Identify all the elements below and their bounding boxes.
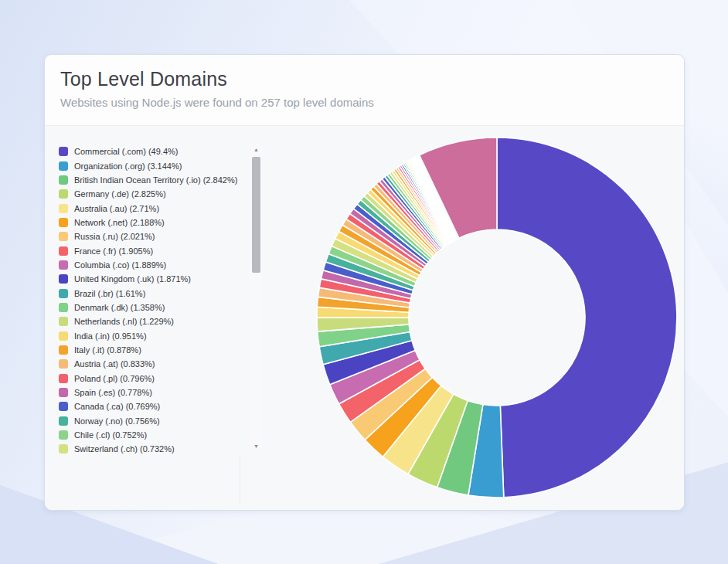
legend-item-label: British Indian Ocean Territory (.io) (2.… xyxy=(74,175,237,185)
donut-chart[interactable] xyxy=(315,136,679,499)
legend-item[interactable]: Australia (.au) (2.71%) xyxy=(59,201,246,215)
legend-item-label: Germany (.de) (2.825%) xyxy=(74,189,166,199)
legend-item[interactable]: India (.in) (0.951%) xyxy=(59,328,246,342)
legend-item-label: United Kingdom (.uk) (1.871%) xyxy=(74,274,191,284)
donut-slice[interactable] xyxy=(497,138,677,498)
legend-item-label: Canada (.ca) (0.769%) xyxy=(74,402,160,411)
legend-color-swatch xyxy=(59,331,68,341)
legend-item-label: Russia (.ru) (2.021%) xyxy=(74,232,155,241)
legend-item-label: Brazil (.br) (1.61%) xyxy=(74,289,145,298)
legend-item[interactable]: Poland (.pl) (0.796%) xyxy=(59,372,246,386)
legend-color-swatch xyxy=(59,260,68,270)
legend-list: Commercial (.com) (49.4%) Organization (… xyxy=(59,144,246,457)
legend-item-label: Norway (.no) (0.756%) xyxy=(74,416,160,426)
card-body: Commercial (.com) (49.4%) Organization (… xyxy=(45,126,684,510)
scroll-down-button[interactable]: ▼ xyxy=(250,440,262,451)
legend-item[interactable]: Norway (.no) (0.756%) xyxy=(59,414,246,428)
legend-item-label: Commercial (.com) (49.4%) xyxy=(74,147,178,156)
legend-color-swatch xyxy=(59,246,68,256)
legend-item-label: Spain (.es) (0.778%) xyxy=(74,388,152,397)
legend-item-label: Network (.net) (2.188%) xyxy=(74,218,165,227)
scroll-up-icon: ▲ xyxy=(253,147,259,152)
legend-color-swatch xyxy=(59,430,68,440)
legend-item-label: Chile (.cl) (0.752%) xyxy=(74,430,147,440)
legend-color-swatch xyxy=(59,204,68,213)
card-title: Top Level Domains xyxy=(60,68,668,90)
top-level-domains-card: Top Level Domains Websites using Node.js… xyxy=(44,54,685,511)
scroll-up-button[interactable]: ▲ xyxy=(250,144,262,155)
legend-item[interactable]: Chile (.cl) (0.752%) xyxy=(59,428,246,442)
donut-chart-container xyxy=(315,136,679,499)
legend-item[interactable]: Organization (.org) (3.144%) xyxy=(59,158,246,172)
scroll-down-icon: ▼ xyxy=(253,443,259,449)
card-subtitle: Websites using Node.js were found on 257… xyxy=(60,96,668,109)
legend-item[interactable]: Canada (.ca) (0.769%) xyxy=(59,399,246,413)
legend-item[interactable]: Commercial (.com) (49.4%) xyxy=(59,144,246,158)
legend-item[interactable]: Russia (.ru) (2.021%) xyxy=(59,229,246,243)
legend-item[interactable]: Columbia (.co) (1.889%) xyxy=(59,258,246,272)
legend-item-label: Italy (.it) (0.878%) xyxy=(74,345,141,355)
legend-item-label: India (.in) (0.951%) xyxy=(74,331,147,341)
legend-color-swatch xyxy=(59,374,68,383)
legend-edge-divider xyxy=(240,455,240,503)
legend-item[interactable]: Switzerland (.ch) (0.732%) xyxy=(59,442,246,456)
legend-color-swatch xyxy=(59,218,68,227)
legend-color-swatch xyxy=(59,147,68,156)
legend-color-swatch xyxy=(59,274,68,284)
legend-color-swatch xyxy=(59,232,68,241)
legend-color-swatch xyxy=(59,444,68,454)
legend-item-label: Columbia (.co) (1.889%) xyxy=(74,260,166,270)
legend-item-label: Australia (.au) (2.71%) xyxy=(74,204,159,213)
legend-color-swatch xyxy=(59,161,68,171)
legend-item-label: Switzerland (.ch) (0.732%) xyxy=(74,444,175,454)
legend-item[interactable]: United Kingdom (.uk) (1.871%) xyxy=(59,272,246,286)
legend-item[interactable]: Germany (.de) (2.825%) xyxy=(59,187,246,201)
legend-scrollbar[interactable]: ▲ ▼ xyxy=(250,144,262,451)
legend-color-swatch xyxy=(59,345,68,355)
scrollbar-thumb[interactable] xyxy=(252,157,260,273)
legend-color-swatch xyxy=(59,175,68,185)
legend-color-swatch xyxy=(59,189,68,199)
legend-item-label: Organization (.org) (3.144%) xyxy=(74,161,182,171)
legend-item[interactable]: Netherlands (.nl) (1.229%) xyxy=(59,314,246,328)
legend-item-label: Netherlands (.nl) (1.229%) xyxy=(74,317,174,326)
legend-color-swatch xyxy=(59,388,68,397)
legend-item[interactable]: British Indian Ocean Territory (.io) (2.… xyxy=(59,173,246,187)
legend-item[interactable]: Denmark (.dk) (1.358%) xyxy=(59,301,246,314)
legend-item[interactable]: Brazil (.br) (1.61%) xyxy=(59,286,246,300)
legend-item[interactable]: Network (.net) (2.188%) xyxy=(59,216,246,229)
legend-item-label: Austria (.at) (0.833%) xyxy=(74,359,155,369)
page-background: Top Level Domains Websites using Node.js… xyxy=(0,0,728,564)
legend-color-swatch xyxy=(59,303,68,312)
legend-color-swatch xyxy=(59,402,68,411)
legend-color-swatch xyxy=(59,359,68,369)
legend-item[interactable]: Italy (.it) (0.878%) xyxy=(59,343,246,357)
legend-item-label: Poland (.pl) (0.796%) xyxy=(74,374,155,383)
legend-color-swatch xyxy=(59,416,68,426)
legend-item[interactable]: Spain (.es) (0.778%) xyxy=(59,386,246,399)
legend-item-label: France (.fr) (1.905%) xyxy=(74,246,153,256)
legend-item-label: Denmark (.dk) (1.358%) xyxy=(74,303,165,312)
legend-color-swatch xyxy=(59,289,68,298)
legend-color-swatch xyxy=(59,317,68,326)
card-header: Top Level Domains Websites using Node.js… xyxy=(45,55,684,126)
legend-item[interactable]: France (.fr) (1.905%) xyxy=(59,243,246,257)
legend-item[interactable]: Austria (.at) (0.833%) xyxy=(59,357,246,371)
